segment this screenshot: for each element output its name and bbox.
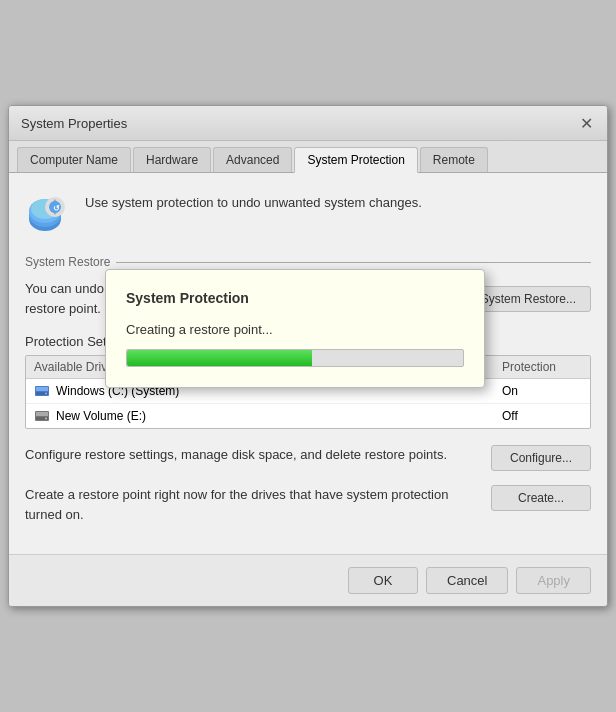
svg-rect-12 xyxy=(36,412,48,416)
progress-bar-fill xyxy=(127,350,312,366)
drive-protection-status: On xyxy=(502,384,582,398)
cancel-button[interactable]: Cancel xyxy=(426,567,508,594)
drive-protection-status: Off xyxy=(502,409,582,423)
svg-point-14 xyxy=(45,418,47,420)
title-bar: System Properties ✕ xyxy=(9,106,607,141)
window-title: System Properties xyxy=(21,116,127,131)
sp-dialog-title: System Protection xyxy=(126,290,464,306)
ok-button[interactable]: OK xyxy=(348,567,418,594)
content-area: ↺ Use system protection to undo unwanted… xyxy=(9,173,607,554)
svg-point-10 xyxy=(45,393,47,395)
header-section: ↺ Use system protection to undo unwanted… xyxy=(25,189,591,237)
svg-rect-8 xyxy=(36,387,48,391)
dialog-footer: OK Cancel Apply xyxy=(9,554,607,606)
protection-icon: ↺ xyxy=(25,189,73,237)
protection-col: Protection xyxy=(502,360,582,374)
tab-hardware[interactable]: Hardware xyxy=(133,147,211,172)
content-wrapper: ↺ Use system protection to undo unwanted… xyxy=(25,189,591,524)
tab-advanced[interactable]: Advanced xyxy=(213,147,292,172)
drive-name: New Volume (E:) xyxy=(56,409,146,423)
sp-dialog-message: Creating a restore point... xyxy=(126,322,464,337)
drive-name-cell: New Volume (E:) xyxy=(34,408,502,424)
volume-drive-icon xyxy=(34,408,50,424)
system-protection-dialog: System Protection Creating a restore poi… xyxy=(105,269,485,388)
configure-description: Configure restore settings, manage disk … xyxy=(25,445,479,465)
tab-remote[interactable]: Remote xyxy=(420,147,488,172)
tab-system-protection[interactable]: System Protection xyxy=(294,147,417,173)
configure-button[interactable]: Configure... xyxy=(491,445,591,471)
progress-bar-container xyxy=(126,349,464,367)
system-properties-window: System Properties ✕ Computer Name Hardwa… xyxy=(8,105,608,607)
create-description: Create a restore point right now for the… xyxy=(25,485,479,524)
configure-row: Configure restore settings, manage disk … xyxy=(25,445,591,471)
create-row: Create a restore point right now for the… xyxy=(25,485,591,524)
apply-button[interactable]: Apply xyxy=(516,567,591,594)
svg-text:↺: ↺ xyxy=(53,204,60,213)
tab-bar: Computer Name Hardware Advanced System P… xyxy=(9,141,607,173)
system-drive-icon xyxy=(34,383,50,399)
close-button[interactable]: ✕ xyxy=(577,114,595,132)
tab-computer-name[interactable]: Computer Name xyxy=(17,147,131,172)
bottom-section: Configure restore settings, manage disk … xyxy=(25,445,591,524)
create-button[interactable]: Create... xyxy=(491,485,591,511)
table-row[interactable]: New Volume (E:) Off xyxy=(26,404,590,428)
system-restore-label: System Restore xyxy=(25,255,591,269)
header-text: Use system protection to undo unwanted s… xyxy=(85,189,422,213)
